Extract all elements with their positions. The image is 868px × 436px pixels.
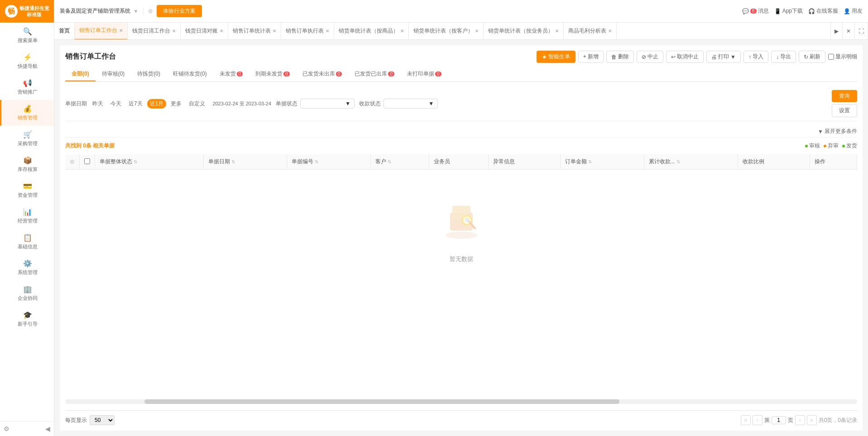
user-action[interactable]: 👤 用友 <box>844 7 863 15</box>
sidebar-item-base-info[interactable]: 📋 基础信息 <box>0 229 54 255</box>
result-bar: 共找到 0条 相关单据 审核 弃审 发货 <box>65 142 857 150</box>
column-settings-icon[interactable]: ⚙ <box>70 159 75 165</box>
system-dropdown-icon[interactable]: ▼ <box>133 8 139 14</box>
sidebar-item-search[interactable]: 🔍 搜索菜单 <box>0 23 54 48</box>
th-collected-sort[interactable]: 累计收款... ⇅ <box>649 158 734 166</box>
filter-tab-pending-pick[interactable]: 待拣货(0) <box>131 67 167 81</box>
sidebar-item-enterprise[interactable]: 🏢 企业协同 <box>0 280 54 306</box>
sidebar-item-marketing[interactable]: 📢 营销推广 <box>0 74 54 100</box>
print-btn[interactable]: 🖨 打印 ▼ <box>706 51 741 63</box>
sidebar-item-system[interactable]: ⚙️ 系统管理 <box>0 255 54 280</box>
date-7days[interactable]: 近7天 <box>126 99 145 109</box>
tab-cash-daily[interactable]: 钱货日清工作台 ✕ <box>128 23 181 40</box>
tab-sales-stat-cust-close[interactable]: ✕ <box>475 28 479 33</box>
page-last-btn[interactable]: » <box>807 415 817 425</box>
tab-sales-exec-close[interactable]: ✕ <box>326 28 329 33</box>
date-today[interactable]: 今天 <box>108 99 124 109</box>
tab-sales-stat-cust[interactable]: 销货单统计表（按客户） ✕ <box>409 23 484 40</box>
import-btn[interactable]: ↑ 导入 <box>743 51 768 63</box>
horizontal-scrollbar[interactable] <box>65 399 857 404</box>
tab-product-margin[interactable]: 商品毛利分析表 ✕ <box>564 23 617 40</box>
settings-header-icon[interactable]: ⚙ <box>148 8 153 14</box>
page-size-select[interactable]: 50 10 20 100 <box>90 415 115 425</box>
tab-expand-btn[interactable]: ⛶ <box>855 23 868 40</box>
tab-sales-stat-staff-label: 销货单统计表（按业务员） <box>488 27 553 35</box>
th-amount-sort[interactable]: 订单金额 ⇅ <box>565 158 639 166</box>
setting-btn[interactable]: 设置 <box>832 104 857 117</box>
tab-sales-order[interactable]: 销售订单工作台 ✕ <box>75 23 128 40</box>
tab-sales-exec[interactable]: 销售订单执行表 ✕ <box>281 23 334 40</box>
tab-cash-daily-close[interactable]: ✕ <box>172 28 176 33</box>
sidebar-item-inventory[interactable]: 📦 库存核算 <box>0 152 54 177</box>
cancel-stop-btn[interactable]: ↩ 取消中止 <box>666 51 704 63</box>
page-next-btn[interactable]: › <box>795 415 805 425</box>
th-date-sort[interactable]: 单据日期 ⇅ <box>208 158 282 166</box>
tab-product-margin-close[interactable]: ✕ <box>608 28 612 33</box>
industry-btn[interactable]: 体验行业方案 <box>157 5 202 17</box>
settings-bottom-icon[interactable]: ⚙ <box>4 425 10 432</box>
th-number-sort[interactable]: 单据编号 ⇅ <box>292 158 365 166</box>
app-download-action[interactable]: 📱 App下载 <box>774 7 803 15</box>
sidebar-logo: 畅 畅捷通好生意 标准版 <box>0 0 54 23</box>
th-number: 单据编号 ⇅ <box>287 154 370 170</box>
filter-tab-not-shipped[interactable]: 未发货0 <box>213 67 249 81</box>
page-size-label: 每页显示 <box>65 417 87 424</box>
table-header: ⚙ 单据整体状态 ⇅ <box>65 154 857 170</box>
message-action[interactable]: 💬 6 消息 <box>742 7 769 15</box>
sidebar-item-purchase[interactable]: 🛒 采购管理 <box>0 126 54 152</box>
date-custom[interactable]: 自定义 <box>186 99 208 109</box>
sidebar-item-operations[interactable]: 📊 经营管理 <box>0 203 54 229</box>
tab-more-btn[interactable]: ▶ <box>831 23 843 40</box>
tab-sales-stat-staff[interactable]: 销货单统计表（按业务员） ✕ <box>484 23 564 40</box>
date-yesterday[interactable]: 昨天 <box>90 99 106 109</box>
smart-generate-btn[interactable]: ★ 智能生单 <box>537 51 575 63</box>
filter-tab-shipped-not-out[interactable]: 已发货未出库0 <box>296 67 349 81</box>
empty-icon: 🔍 <box>439 197 484 251</box>
filter-tab-overdue[interactable]: 到期未发货0 <box>249 67 296 81</box>
page-prev-btn[interactable]: ‹ <box>753 415 762 425</box>
delete-btn[interactable]: 🗑 删除 <box>606 51 634 63</box>
tab-sales-order-close[interactable]: ✕ <box>119 28 123 33</box>
tab-sales-stat-close[interactable]: ✕ <box>273 28 276 33</box>
ship-action-btn[interactable]: 发货 <box>842 142 857 150</box>
collapse-icon[interactable]: ◀ <box>45 425 50 432</box>
th-customer-sort[interactable]: 客户 ⇅ <box>375 158 424 166</box>
sidebar-item-quick[interactable]: ⚡ 快捷导航 <box>0 48 54 74</box>
date-range-text: 2023-02-24 至 2023-03-24 <box>212 100 271 107</box>
payment-select[interactable]: ▼ <box>384 99 438 109</box>
tab-cash-check[interactable]: 钱货日清对账 ✕ <box>181 23 228 40</box>
th-status-sort[interactable]: 单据整体状态 ⇅ <box>100 158 199 166</box>
expand-conditions-btn[interactable]: ▼ 展开更多条件 <box>818 128 857 135</box>
filter-tab-not-printed[interactable]: 未打印单据0 <box>401 67 448 81</box>
query-btn[interactable]: 查询 <box>832 90 857 102</box>
status-select[interactable]: ▼ <box>300 99 355 109</box>
page-input[interactable] <box>772 416 786 424</box>
filter-tab-shipped-out[interactable]: 已发货已出库0 <box>348 67 401 81</box>
filter-tab-all[interactable]: 全部(0) <box>65 67 96 81</box>
filter-tab-pending-review[interactable]: 待审核(0) <box>96 67 131 81</box>
tab-cash-check-close[interactable]: ✕ <box>220 28 223 33</box>
show-detail-checkbox[interactable]: 显示明细 <box>828 53 857 61</box>
tab-sales-stat-staff-close[interactable]: ✕ <box>555 28 559 33</box>
tab-close-all-btn[interactable]: ✕ <box>843 23 855 40</box>
select-all-checkbox[interactable] <box>84 158 90 164</box>
revoke-btn[interactable]: 弃审 <box>824 142 839 150</box>
filter-tab-wangpu[interactable]: 旺铺待发货(0) <box>167 67 213 81</box>
stop-btn[interactable]: ⊘ 中止 <box>637 51 663 63</box>
refresh-btn[interactable]: ↻ 刷新 <box>799 51 825 63</box>
date-1month[interactable]: 近1月 <box>147 99 167 109</box>
sidebar-item-guide[interactable]: 🎓 新手引导 <box>0 306 54 332</box>
show-detail-check[interactable] <box>828 54 834 60</box>
online-service-action[interactable]: 🎧 在线客服 <box>808 7 838 15</box>
sidebar-item-sales[interactable]: 💰 销售管理 <box>0 100 54 126</box>
audit-btn[interactable]: 审核 <box>805 142 820 150</box>
date-more[interactable]: 更多 <box>168 99 184 109</box>
sidebar-item-finance[interactable]: 💳 资金管理 <box>0 177 54 203</box>
page-first-btn[interactable]: « <box>741 415 751 425</box>
add-btn[interactable]: + 新增 <box>578 51 604 63</box>
export-btn[interactable]: ↓ 导出 <box>771 51 796 63</box>
tab-home[interactable]: 首页 <box>54 23 75 40</box>
tab-sales-stat[interactable]: 销售订单统计表 ✕ <box>228 23 281 40</box>
tab-sales-stat-prod[interactable]: 销货单统计表（按商品） ✕ <box>334 23 409 40</box>
tab-sales-stat-prod-close[interactable]: ✕ <box>400 28 404 33</box>
